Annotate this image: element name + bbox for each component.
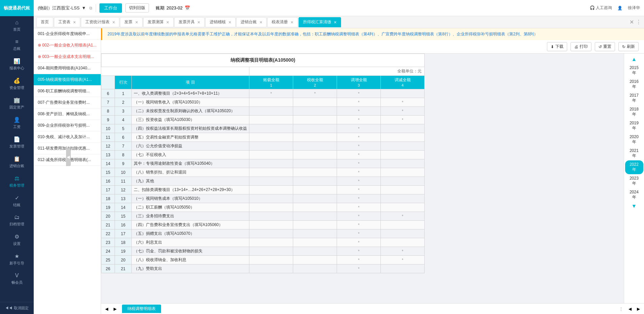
col4-cell[interactable]: * <box>381 247 425 256</box>
col1-cell[interactable] <box>249 107 293 116</box>
col3-cell[interactable]: * <box>337 133 381 142</box>
left-panel-item-009[interactable]: 009-企业所得税弥补亏损明... <box>34 120 101 131</box>
col4-cell[interactable]: * <box>381 116 425 124</box>
col4-cell[interactable]: * <box>381 98 425 107</box>
year-2019[interactable]: 2019年 <box>625 119 643 133</box>
col3-cell[interactable]: * <box>337 116 381 124</box>
col2-cell[interactable] <box>293 168 337 177</box>
help-link[interactable]: 🎧 人工咨询 <box>590 5 612 11</box>
col3-cell[interactable]: * <box>337 229 381 238</box>
col1-cell[interactable] <box>249 203 293 212</box>
tab-income-tax[interactable]: 所得税汇算清缴× <box>299 17 341 27</box>
col4-cell[interactable] <box>381 177 425 186</box>
col2-cell[interactable] <box>293 203 337 212</box>
col3-cell[interactable]: * <box>337 264 381 273</box>
panel-collapse-button[interactable]: ◀ <box>66 148 71 166</box>
col4-cell[interactable] <box>381 264 425 273</box>
col2-cell[interactable] <box>293 151 337 159</box>
tab-invoice-calc[interactable]: 发票测算× <box>143 17 174 27</box>
col1-cell[interactable] <box>249 229 293 238</box>
sidebar-item-archive[interactable]: 🗂 归档管理 <box>0 211 34 230</box>
col2-cell[interactable] <box>293 177 337 186</box>
col1-cell[interactable] <box>249 186 293 194</box>
tab-invoice-open[interactable]: 发票开具× <box>174 17 205 27</box>
col3-cell[interactable]: * <box>337 177 381 186</box>
col1-cell[interactable] <box>249 98 293 107</box>
close-icon[interactable]: × <box>290 20 293 25</box>
col4-cell[interactable] <box>381 238 425 247</box>
col4-cell[interactable]: * <box>381 256 425 264</box>
col2-cell[interactable] <box>293 264 337 273</box>
col2-cell[interactable] <box>293 133 337 142</box>
col3-cell[interactable]: * <box>337 247 381 256</box>
col3-cell[interactable]: * <box>337 98 381 107</box>
close-icon[interactable]: × <box>166 20 169 25</box>
user-name[interactable]: 徐泽华 <box>628 5 640 11</box>
col2-cell[interactable] <box>293 107 337 116</box>
col3-cell[interactable]: * <box>337 151 381 159</box>
col3-cell[interactable]: * <box>337 194 381 203</box>
col1-cell[interactable] <box>249 194 293 203</box>
col2-cell[interactable] <box>293 142 337 151</box>
sidebar-item-settings[interactable]: ⚙ 设置 <box>0 230 34 250</box>
sheet-tab[interactable]: 纳税调整明细表 <box>122 305 161 313</box>
sidebar-item-tax[interactable]: ⚖ 税务管理 <box>0 172 34 191</box>
left-panel-item-010[interactable]: 010-免税、减计收入及加计... <box>34 131 101 143</box>
col4-cell[interactable] <box>381 89 425 98</box>
col3-cell[interactable]: * <box>337 186 381 194</box>
sidebar-item-report[interactable]: 📊 报表中心 <box>0 55 34 74</box>
year-2016[interactable]: 2016年 <box>625 77 643 91</box>
col4-cell[interactable] <box>381 168 425 177</box>
col4-cell[interactable] <box>381 229 425 238</box>
col3-cell[interactable]: * <box>337 142 381 151</box>
col2-cell[interactable] <box>293 159 337 168</box>
col3-cell[interactable]: * <box>337 256 381 264</box>
more-sheets-icon[interactable]: ⋮ <box>619 307 623 311</box>
col3-cell[interactable]: * <box>337 221 381 229</box>
col2-cell[interactable] <box>293 221 337 229</box>
col1-cell[interactable] <box>249 264 293 273</box>
tab-invoice[interactable]: 发票× <box>120 17 142 27</box>
col2-cell[interactable] <box>293 229 337 238</box>
close-icon[interactable]: × <box>197 20 200 25</box>
col3-cell[interactable]: * <box>337 159 381 168</box>
col4-cell[interactable] <box>381 194 425 203</box>
sidebar-item-sales[interactable]: 📋 进销台账 <box>0 152 34 172</box>
col1-cell[interactable] <box>249 116 293 124</box>
col3-cell[interactable]: * <box>337 168 381 177</box>
refresh-button[interactable]: ↻ 刷新 <box>618 42 639 51</box>
scroll-left-icon[interactable]: ◀ <box>628 307 632 311</box>
left-panel-item-006[interactable]: 006-职工薪酬纳税调整明细... <box>34 86 101 97</box>
col1-cell[interactable] <box>249 151 293 159</box>
year-scroll-up[interactable]: ▲ <box>630 55 638 64</box>
col4-cell[interactable]: * <box>381 212 425 221</box>
tab-payroll-stat[interactable]: 工资统计报表× <box>81 17 119 27</box>
col1-cell[interactable] <box>249 133 293 142</box>
sidebar-item-guide[interactable]: ★ 新手引导 <box>0 250 34 269</box>
col2-cell[interactable] <box>293 116 337 124</box>
col2-cell[interactable] <box>293 124 337 133</box>
left-panel-item-002[interactable]: ⊗ 002-一般企业收入明细表(A1... <box>34 40 101 51</box>
year-2023[interactable]: 2023年 <box>625 174 643 188</box>
year-2018[interactable]: 2018年 <box>625 105 643 119</box>
col4-cell[interactable] <box>381 221 425 229</box>
col4-cell[interactable] <box>381 142 425 151</box>
left-panel-item-004[interactable]: 004-期间费用明细表(A1040... <box>34 63 101 74</box>
col3-cell[interactable]: * <box>337 203 381 212</box>
col4-cell[interactable]: * <box>381 107 425 116</box>
col4-cell[interactable] <box>381 151 425 159</box>
tab-invoice-check[interactable]: 进销稽核× <box>205 17 236 27</box>
tab-payroll[interactable]: 工资表× <box>54 17 80 27</box>
workbench-button[interactable]: 工作台 <box>99 3 122 13</box>
reset-button[interactable]: ↺ 重置 <box>595 42 615 51</box>
col4-cell[interactable] <box>381 203 425 212</box>
year-2020[interactable]: 2020年 <box>625 133 643 147</box>
col2-cell[interactable] <box>293 194 337 203</box>
col1-cell[interactable] <box>249 221 293 229</box>
col2-cell[interactable] <box>293 256 337 264</box>
close-icon[interactable]: × <box>135 20 138 25</box>
spreadsheet-inner[interactable]: 纳税调整项目明细表(A105000) 全额单位：元 行次 项 目 账载全额1 <box>101 54 624 303</box>
download-button[interactable]: ⬇ 下载 <box>547 42 567 51</box>
col1-cell[interactable] <box>249 256 293 264</box>
sidebar-item-fixed-asset[interactable]: 🏢 固定资产 <box>0 94 34 113</box>
